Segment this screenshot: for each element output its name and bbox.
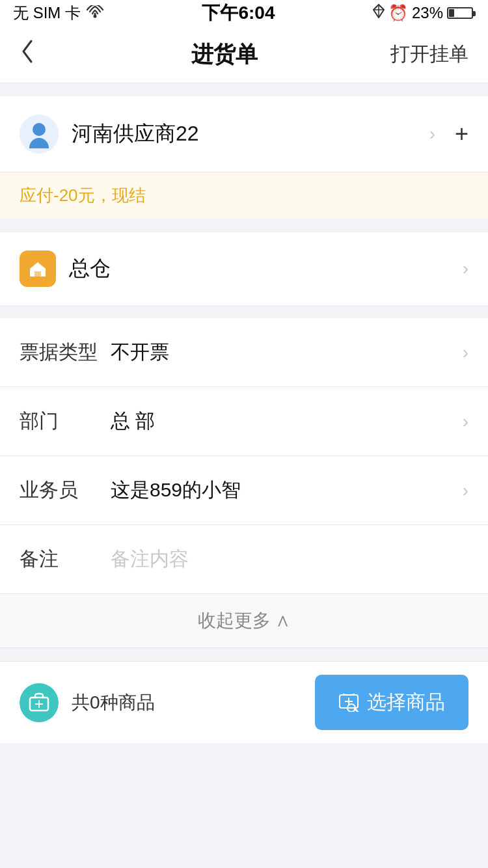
status-bar: 无 SIM 卡 下午6:04 ⏰ 23%: [0, 0, 488, 26]
department-row[interactable]: 部门 总 部 ›: [0, 387, 488, 456]
section-divider-4: [0, 648, 488, 661]
salesperson-value: 这是859的小智: [98, 477, 463, 504]
back-button[interactable]: [20, 38, 59, 70]
product-count-label: 共0种商品: [72, 690, 302, 715]
carrier-label: 无 SIM 卡: [13, 3, 81, 23]
location-icon: [373, 4, 385, 22]
add-supplier-button[interactable]: +: [455, 120, 468, 148]
salesperson-label: 业务员: [20, 477, 98, 504]
department-value: 总 部: [98, 408, 463, 435]
status-time: 下午6:04: [202, 1, 275, 25]
remark-label: 备注: [20, 546, 98, 573]
open-pending-button[interactable]: 打开挂单: [390, 41, 468, 68]
department-label: 部门: [20, 408, 98, 435]
product-icon-wrap: [20, 683, 59, 722]
section-divider-2: [0, 219, 488, 232]
remark-row[interactable]: 备注 备注内容: [0, 525, 488, 593]
section-divider-1: [0, 83, 488, 96]
wifi-icon: [86, 4, 104, 22]
salesperson-row[interactable]: 业务员 这是859的小智 ›: [0, 456, 488, 525]
supplier-chevron-icon: ›: [429, 124, 435, 144]
collapse-label: 收起更多 ∧: [198, 610, 291, 631]
battery-icon: [447, 7, 475, 19]
invoice-type-value: 不开票: [98, 339, 463, 366]
status-left: 无 SIM 卡: [13, 3, 104, 23]
status-right: ⏰ 23%: [373, 4, 475, 22]
form-section: 票据类型 不开票 › 部门 总 部 › 业务员 这是859的小智 › 备注 备注…: [0, 318, 488, 593]
warehouse-name: 总仓: [69, 254, 463, 283]
warehouse-chevron-icon: ›: [463, 258, 468, 279]
invoice-type-chevron-icon: ›: [463, 342, 468, 363]
avatar-person-icon: [28, 123, 50, 145]
alarm-icon: ⏰: [388, 4, 408, 22]
supplier-avatar: [20, 115, 59, 154]
svg-point-0: [94, 15, 97, 18]
section-divider-3: [0, 305, 488, 318]
warehouse-row[interactable]: 总仓 ›: [0, 232, 488, 305]
bottom-bar: 共0种商品 选择商品: [0, 661, 488, 743]
supplier-section: 河南供应商22 › + 应付-20元，现结: [0, 96, 488, 219]
warehouse-icon: [20, 251, 56, 287]
nav-bar: 进货单 打开挂单: [0, 26, 488, 83]
invoice-type-label: 票据类型: [20, 339, 98, 366]
select-product-button[interactable]: 选择商品: [315, 675, 468, 730]
invoice-type-row[interactable]: 票据类型 不开票 ›: [0, 318, 488, 387]
battery-percent: 23%: [412, 4, 443, 22]
page-title: 进货单: [191, 40, 258, 70]
collapse-bar[interactable]: 收起更多 ∧: [0, 593, 488, 648]
supplier-notice: 应付-20元，现结: [0, 172, 488, 219]
supplier-row[interactable]: 河南供应商22 › +: [0, 96, 488, 172]
department-chevron-icon: ›: [463, 411, 468, 432]
salesperson-chevron-icon: ›: [463, 480, 468, 501]
select-product-label: 选择商品: [367, 689, 445, 716]
remark-input[interactable]: 备注内容: [98, 546, 468, 573]
supplier-name: 河南供应商22: [72, 120, 429, 148]
svg-rect-4: [34, 271, 41, 277]
